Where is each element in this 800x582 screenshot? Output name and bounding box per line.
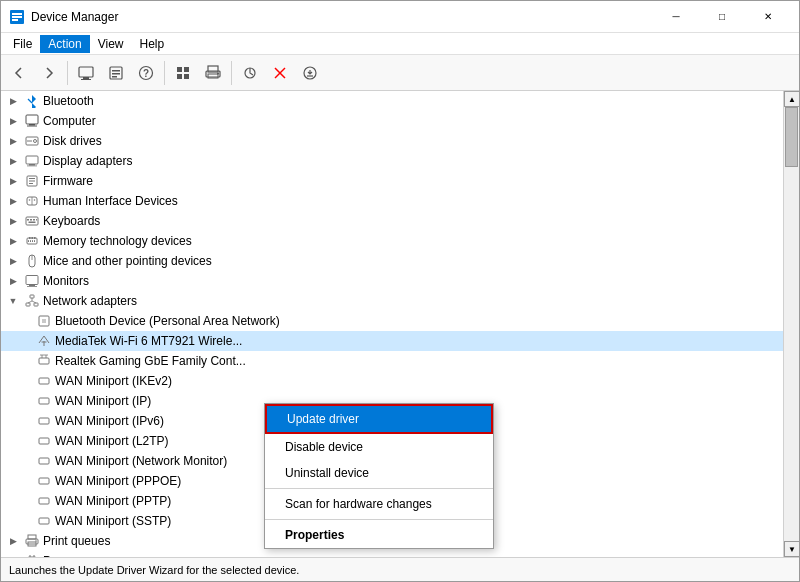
- expand-keyboards[interactable]: ▶: [5, 213, 21, 229]
- tree-item-keyboards[interactable]: ▶ Keyboards: [1, 211, 783, 231]
- svg-rect-75: [39, 398, 49, 404]
- svg-rect-50: [29, 237, 31, 239]
- tree-item-monitors[interactable]: ▶ Monitors: [1, 271, 783, 291]
- disable-device-label: Disable device: [285, 440, 363, 454]
- bluetooth-icon: [24, 93, 40, 109]
- menu-file[interactable]: File: [5, 35, 40, 53]
- print-label: Print queues: [43, 534, 110, 548]
- tree-item-disk[interactable]: ▶ Disk drives: [1, 131, 783, 151]
- print-icon: [24, 533, 40, 549]
- svg-rect-8: [112, 70, 120, 72]
- svg-rect-2: [12, 16, 22, 18]
- back-button[interactable]: [5, 59, 33, 87]
- maximize-button[interactable]: □: [699, 2, 745, 32]
- menu-bar: File Action View Help: [1, 33, 799, 55]
- tree-item-display[interactable]: ▶ Display adapters: [1, 151, 783, 171]
- expand-monitors[interactable]: ▶: [5, 273, 21, 289]
- scan-button[interactable]: [236, 59, 264, 87]
- tree-item-hid[interactable]: ▶ Human Interface Devices: [1, 191, 783, 211]
- tree-item-processors[interactable]: ▶ Processors: [1, 551, 783, 557]
- ctx-properties[interactable]: Properties: [265, 522, 493, 548]
- svg-rect-81: [39, 518, 49, 524]
- tree-item-mediatek[interactable]: MediaTek Wi-Fi 6 MT7921 Wirele...: [1, 331, 783, 351]
- wan-ikev2-icon: [36, 373, 52, 389]
- disk-icon: [24, 133, 40, 149]
- ctx-separator-2: [265, 519, 493, 520]
- display-icon: [24, 153, 40, 169]
- ctx-update-driver[interactable]: Update driver: [265, 404, 493, 434]
- tree-item-bt-pan[interactable]: Bluetooth Device (Personal Area Network): [1, 311, 783, 331]
- tree-item-network[interactable]: ▼ Network adapters: [1, 291, 783, 311]
- grid-button[interactable]: [169, 59, 197, 87]
- svg-rect-13: [177, 67, 182, 72]
- menu-action[interactable]: Action: [40, 35, 89, 53]
- scrollbar[interactable]: ▲ ▼: [783, 91, 799, 557]
- expand-network[interactable]: ▼: [5, 293, 21, 309]
- firmware-icon: [24, 173, 40, 189]
- help-button[interactable]: ?: [132, 59, 160, 87]
- disk-label: Disk drives: [43, 134, 102, 148]
- forward-button[interactable]: [35, 59, 63, 87]
- delete-button[interactable]: [266, 59, 294, 87]
- ctx-uninstall-device[interactable]: Uninstall device: [265, 460, 493, 486]
- svg-rect-37: [29, 181, 35, 182]
- svg-rect-55: [32, 240, 33, 242]
- ctx-scan-changes[interactable]: Scan for hardware changes: [265, 491, 493, 517]
- bt-pan-label: Bluetooth Device (Personal Area Network): [55, 314, 280, 328]
- tree-item-mice[interactable]: ▶ Mice and other pointing devices: [1, 251, 783, 271]
- svg-rect-3: [12, 19, 18, 21]
- wan-pppoe-icon: [36, 473, 52, 489]
- expand-memory[interactable]: ▶: [5, 233, 21, 249]
- close-button[interactable]: ✕: [745, 2, 791, 32]
- tree-item-bluetooth[interactable]: ▶ Bluetooth: [1, 91, 783, 111]
- wan-ikev2-label: WAN Miniport (IKEv2): [55, 374, 172, 388]
- scroll-up-button[interactable]: ▲: [784, 91, 799, 107]
- ctx-separator-1: [265, 488, 493, 489]
- svg-rect-10: [112, 76, 117, 78]
- ctx-disable-device[interactable]: Disable device: [265, 434, 493, 460]
- computer-label: Computer: [43, 114, 96, 128]
- svg-rect-47: [36, 219, 37, 221]
- computer-icon-button[interactable]: [72, 59, 100, 87]
- tree-item-wan-ikev2[interactable]: WAN Miniport (IKEv2): [1, 371, 783, 391]
- tree-item-memory[interactable]: ▶ Memory technology devices: [1, 231, 783, 251]
- device-tree[interactable]: ▶ Bluetooth ▶ Computer ▶: [1, 91, 783, 557]
- toolbar: ?: [1, 55, 799, 91]
- expand-hid[interactable]: ▶: [5, 193, 21, 209]
- wan-pptp-label: WAN Miniport (PPTP): [55, 494, 171, 508]
- expand-mice[interactable]: ▶: [5, 253, 21, 269]
- expand-bluetooth[interactable]: ▶: [5, 93, 21, 109]
- hid-label: Human Interface Devices: [43, 194, 178, 208]
- svg-rect-70: [39, 358, 49, 364]
- scroll-down-button[interactable]: ▼: [784, 541, 799, 557]
- window-icon: [9, 9, 25, 25]
- minimize-button[interactable]: ─: [653, 2, 699, 32]
- expand-print[interactable]: ▶: [5, 533, 21, 549]
- scroll-thumb[interactable]: [785, 107, 798, 167]
- mediatek-label: MediaTek Wi-Fi 6 MT7921 Wirele...: [55, 334, 242, 348]
- menu-view[interactable]: View: [90, 35, 132, 53]
- wan-ip-icon: [36, 393, 52, 409]
- svg-rect-26: [26, 115, 38, 124]
- svg-rect-45: [30, 219, 32, 221]
- expand-disk[interactable]: ▶: [5, 133, 21, 149]
- tree-item-firmware[interactable]: ▶ Firmware: [1, 171, 783, 191]
- download-button[interactable]: [296, 59, 324, 87]
- svg-rect-27: [29, 124, 35, 126]
- svg-rect-6: [81, 79, 91, 80]
- svg-rect-52: [34, 237, 36, 239]
- realtek-icon: [36, 353, 52, 369]
- print-button[interactable]: [199, 59, 227, 87]
- menu-help[interactable]: Help: [132, 35, 173, 53]
- svg-rect-58: [26, 276, 38, 285]
- tree-item-computer[interactable]: ▶ Computer: [1, 111, 783, 131]
- expand-display[interactable]: ▶: [5, 153, 21, 169]
- expand-firmware[interactable]: ▶: [5, 173, 21, 189]
- properties-button[interactable]: [102, 59, 130, 87]
- expand-computer[interactable]: ▶: [5, 113, 21, 129]
- svg-rect-76: [39, 418, 49, 424]
- expand-processors[interactable]: ▶: [5, 553, 21, 557]
- scroll-track[interactable]: [784, 107, 799, 541]
- tree-item-realtek[interactable]: Realtek Gaming GbE Family Cont...: [1, 351, 783, 371]
- svg-rect-61: [30, 295, 34, 298]
